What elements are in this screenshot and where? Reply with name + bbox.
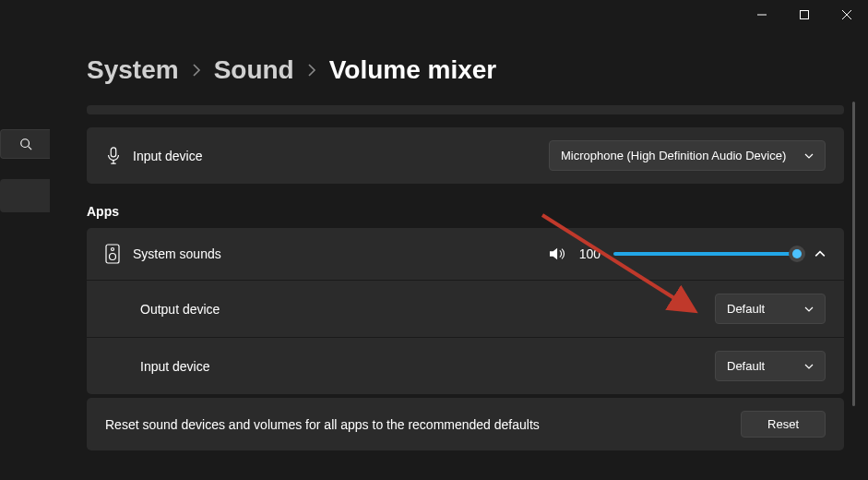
speaker-device-icon bbox=[105, 244, 133, 264]
reset-button[interactable]: Reset bbox=[741, 411, 826, 438]
system-sounds-row[interactable]: System sounds 100 bbox=[87, 228, 844, 280]
apps-header: Apps bbox=[87, 204, 844, 219]
system-sounds-card: System sounds 100 Output device Default bbox=[87, 228, 844, 394]
window-titlebar bbox=[0, 0, 868, 30]
app-input-device-label: Input device bbox=[140, 359, 210, 374]
nav-strip bbox=[0, 129, 50, 212]
output-device-selected: Default bbox=[727, 302, 765, 316]
input-device-label: Input device bbox=[133, 149, 203, 163]
close-button[interactable] bbox=[826, 0, 868, 30]
input-device-selected: Microphone (High Definition Audio Device… bbox=[561, 149, 786, 162]
collapsed-card[interactable] bbox=[87, 105, 844, 114]
nav-item[interactable] bbox=[0, 179, 50, 212]
chevron-down-icon bbox=[804, 363, 814, 370]
svg-rect-6 bbox=[111, 147, 115, 156]
chevron-up-icon[interactable] bbox=[814, 250, 826, 258]
maximize-button[interactable] bbox=[783, 0, 826, 30]
input-device-card: Input device Microphone (High Definition… bbox=[87, 127, 844, 184]
reset-card: Reset sound devices and volumes for all … bbox=[87, 398, 844, 450]
svg-rect-1 bbox=[801, 11, 809, 19]
chevron-right-icon bbox=[192, 64, 201, 77]
svg-point-10 bbox=[112, 248, 114, 251]
output-device-label: Output device bbox=[140, 302, 220, 317]
input-device-dropdown[interactable]: Microphone (High Definition Audio Device… bbox=[549, 140, 826, 171]
chevron-down-icon bbox=[804, 152, 814, 160]
chevron-right-icon bbox=[307, 64, 316, 77]
volume-icon[interactable] bbox=[550, 246, 566, 261]
search-icon bbox=[19, 138, 32, 150]
volume-slider[interactable] bbox=[613, 252, 798, 256]
scrollbar[interactable] bbox=[852, 102, 855, 406]
chevron-down-icon bbox=[804, 306, 814, 313]
breadcrumb: System Sound Volume mixer bbox=[87, 55, 844, 85]
volume-slider-thumb[interactable] bbox=[789, 246, 805, 262]
svg-point-4 bbox=[20, 139, 29, 148]
svg-line-5 bbox=[28, 147, 31, 150]
reset-description: Reset sound devices and volumes for all … bbox=[105, 417, 540, 432]
breadcrumb-sound[interactable]: Sound bbox=[214, 55, 294, 85]
minimize-button[interactable] bbox=[741, 0, 783, 30]
app-input-device-dropdown[interactable]: Default bbox=[715, 351, 826, 381]
app-input-device-selected: Default bbox=[727, 359, 765, 373]
svg-point-11 bbox=[110, 254, 116, 260]
microphone-icon bbox=[105, 147, 133, 165]
breadcrumb-current: Volume mixer bbox=[329, 55, 497, 85]
svg-marker-12 bbox=[550, 248, 557, 260]
system-sounds-label: System sounds bbox=[133, 246, 221, 261]
breadcrumb-system[interactable]: System bbox=[87, 55, 179, 85]
app-input-device-row: Input device Default bbox=[87, 337, 844, 394]
volume-value: 100 bbox=[579, 246, 600, 261]
output-device-dropdown[interactable]: Default bbox=[715, 294, 826, 324]
search-button[interactable] bbox=[0, 129, 50, 159]
main-content: System Sound Volume mixer Input device M… bbox=[87, 55, 844, 480]
output-device-row: Output device Default bbox=[87, 280, 844, 337]
